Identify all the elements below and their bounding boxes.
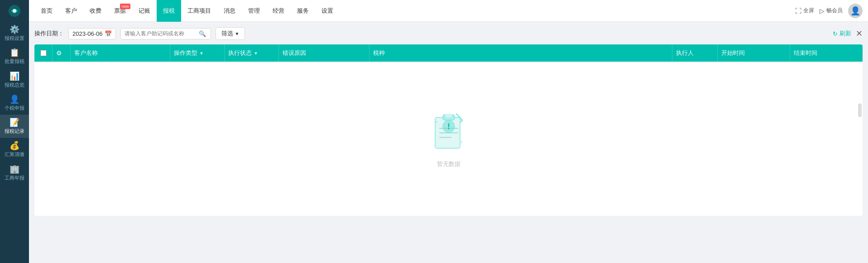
vip-button[interactable]: ▷ 畅会员 [820,7,843,15]
sidebar-item-personal-tax-label: 个税申报 [5,105,24,111]
empty-illustration: ! 暂无数据 [428,109,469,168]
sidebar-item-settlement-label: 汇算清缴 [5,151,24,157]
search-icon: 🔍 [199,30,206,37]
main-wrapper: 首页 客户 收费 票据 new 记账 报税 工商项目 消息 [29,0,868,263]
op-type-sort-icon[interactable]: ▼ [199,51,204,56]
sidebar-item-tax-record[interactable]: 📝 报税记录 [0,115,29,138]
topnav-messages[interactable]: 消息 [217,0,242,22]
fullscreen-button[interactable]: ⛶ 全屏 [795,7,814,15]
sidebar-item-settlement[interactable]: 💰 汇算清缴 [0,138,29,161]
svg-rect-4 [446,114,452,117]
th-executor: 执行人 [672,44,718,62]
sidebar-item-tax-settings[interactable]: ⚙️ 报税设置 [0,22,29,45]
avatar-icon: 👤 [850,6,860,16]
table-container: ⚙ 客户名称 操作类型 ▼ 执行状态 ▼ 错误原因 [34,44,863,216]
search-input[interactable] [125,30,197,37]
topnav-customer[interactable]: 客户 [59,0,83,22]
date-picker[interactable]: 2023-06-06 📅 [68,28,116,39]
refresh-icon: ↻ [833,30,838,37]
svg-point-1 [13,9,16,13]
filter-label: 筛选 [221,29,233,38]
personal-tax-icon: 👤 [10,95,19,103]
page-content: 操作日期： 2023-06-06 📅 🔍 筛选 ▼ ↻ 刷新 [29,22,868,263]
svg-text:!: ! [447,122,450,131]
sidebar-item-annual-report[interactable]: 🏢 工商年报 [0,161,29,185]
sidebar-item-personal-tax[interactable]: 👤 个税申报 [0,92,29,115]
table-header: ⚙ 客户名称 操作类型 ▼ 执行状态 ▼ 错误原因 [34,44,863,62]
sidebar-item-tax-settings-label: 报税设置 [5,35,24,41]
topnav-billing[interactable]: 收费 [83,0,108,22]
th-error-reason: 错误原因 [279,44,369,62]
search-box: 🔍 [120,28,211,39]
topnav-right: ⛶ 全屏 ▷ 畅会员 👤 [795,4,863,18]
svg-line-11 [461,120,462,122]
new-badge: new [120,4,130,10]
tax-record-icon: 📝 [10,118,19,127]
th-tax-type: 税种 [369,44,672,62]
fullscreen-icon: ⛶ [795,7,801,15]
topnav-settings[interactable]: 设置 [315,0,340,22]
vip-icon: ▷ [820,7,825,15]
sidebar-item-batch-tax-label: 批量报税 [5,58,24,64]
topnav-items: 首页 客户 收费 票据 new 记账 报税 工商项目 消息 [34,0,795,22]
th-op-type: 操作类型 ▼ [170,44,225,62]
sidebar-item-batch-tax[interactable]: 📋 批量报税 [0,45,29,68]
topnav-bookkeeping[interactable]: 记账 [132,0,157,22]
topnav-operations[interactable]: 经营 [266,0,291,22]
exec-status-sort-icon[interactable]: ▼ [254,51,258,56]
empty-svg-icon: ! [428,109,469,155]
svg-point-13 [460,141,462,143]
empty-text: 暂无数据 [437,160,460,168]
svg-point-12 [436,121,437,123]
th-exec-status: 执行状态 ▼ [225,44,279,62]
date-value: 2023-06-06 [72,30,103,37]
filter-button[interactable]: 筛选 ▼ [216,27,245,40]
batch-tax-icon: 📋 [10,49,19,57]
topnav-invoice[interactable]: 票据 new [108,0,132,22]
topnav-management[interactable]: 管理 [242,0,266,22]
select-all-checkbox[interactable] [40,50,47,56]
th-end-time: 结束时间 [790,44,863,62]
sidebar-item-tax-record-label: 报税记录 [5,128,24,134]
annual-report-icon: 🏢 [10,165,19,173]
chevron-down-icon: ▼ [235,31,240,36]
user-avatar[interactable]: 👤 [848,4,863,18]
sidebar-item-annual-report-label: 工商年报 [5,175,24,181]
th-start-time: 开始时间 [718,44,790,62]
toolbar: 操作日期： 2023-06-06 📅 🔍 筛选 ▼ ↻ 刷新 [34,27,863,40]
tax-settings-icon: ⚙️ [10,25,19,34]
settlement-icon: 💰 [10,141,19,150]
th-checkbox [34,44,53,62]
sidebar-logo [0,0,29,22]
sidebar: ⚙️ 报税设置 📋 批量报税 📊 报税总览 👤 个税申报 📝 报税记录 💰 汇算… [0,0,29,263]
topnav-tax[interactable]: 报税 [157,0,181,22]
settings-column-icon[interactable]: ⚙ [56,49,62,57]
close-icon: ✕ [856,29,863,39]
close-button[interactable]: ✕ [856,29,863,39]
content-area: 操作日期： 2023-06-06 📅 🔍 筛选 ▼ ↻ 刷新 [29,22,868,263]
topnav-home[interactable]: 首页 [34,0,59,22]
refresh-button[interactable]: ↻ 刷新 [833,29,851,38]
sidebar-item-tax-summary[interactable]: 📊 报税总览 [0,68,29,92]
table-body: ! 暂无数据 [34,62,863,216]
calendar-icon: 📅 [105,30,112,37]
scrollbar[interactable] [858,103,862,117]
date-label: 操作日期： [34,29,64,38]
refresh-label: 刷新 [839,29,851,38]
th-settings: ⚙ [53,44,71,62]
th-customer: 客户名称 [71,44,170,62]
sidebar-item-tax-summary-label: 报税总览 [5,82,24,88]
tax-summary-icon: 📊 [10,72,19,80]
topnav-services[interactable]: 服务 [291,0,315,22]
topnav-business[interactable]: 工商项目 [181,0,217,22]
topnav: 首页 客户 收费 票据 new 记账 报税 工商项目 消息 [29,0,868,22]
